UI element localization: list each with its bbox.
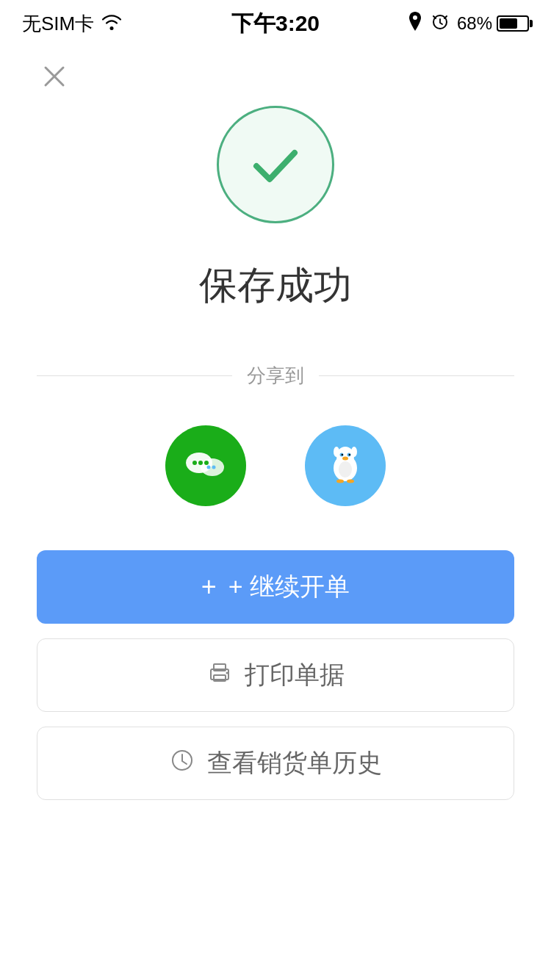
svg-point-7: [198, 461, 203, 465]
svg-point-10: [212, 466, 216, 469]
continue-button[interactable]: + + 继续开单: [37, 550, 514, 624]
share-label: 分享到: [247, 363, 304, 389]
success-title: 保存成功: [199, 260, 352, 311]
history-button-label: 查看销货单历史: [207, 746, 382, 780]
share-icons: [37, 425, 514, 506]
print-button[interactable]: 打印单据: [37, 638, 514, 712]
continue-button-label: + 继续开单: [228, 570, 350, 604]
battery-text: 68%: [457, 13, 492, 34]
status-right: 68%: [407, 11, 529, 36]
svg-point-15: [342, 454, 343, 455]
status-bar: 无SIM卡 下午3:20 68: [0, 0, 551, 47]
svg-point-19: [334, 447, 339, 457]
carrier-text: 无SIM卡: [22, 11, 94, 37]
svg-point-18: [339, 461, 352, 478]
wechat-share-button[interactable]: [165, 425, 246, 506]
wifi-icon: [101, 12, 122, 35]
svg-point-9: [207, 466, 211, 469]
battery-indicator: 68%: [457, 13, 529, 34]
clock-icon: [169, 747, 195, 779]
svg-point-6: [192, 461, 197, 465]
main-content: 保存成功 分享到: [0, 47, 551, 800]
qq-share-button[interactable]: [305, 425, 386, 506]
printer-icon: [206, 659, 233, 691]
alarm-icon: [431, 12, 450, 35]
svg-point-21: [336, 480, 344, 483]
svg-point-22: [347, 480, 354, 483]
battery-icon: [497, 15, 529, 32]
share-section: 分享到: [0, 363, 551, 506]
svg-point-17: [342, 457, 348, 461]
share-divider: 分享到: [37, 363, 514, 389]
status-left: 无SIM卡: [22, 11, 122, 37]
location-icon: [407, 11, 423, 36]
svg-point-20: [351, 447, 357, 457]
time-display: 下午3:20: [231, 9, 320, 39]
history-button[interactable]: 查看销货单历史: [37, 727, 514, 800]
success-circle: [217, 106, 334, 223]
svg-point-26: [226, 672, 228, 674]
print-button-label: 打印单据: [245, 658, 345, 692]
plus-icon: +: [201, 574, 217, 600]
svg-point-16: [349, 454, 350, 455]
svg-point-0: [413, 15, 417, 20]
close-button[interactable]: [37, 59, 72, 94]
svg-point-8: [204, 461, 209, 465]
action-buttons: + + 继续开单 打印单据 查看销货单历: [0, 550, 551, 800]
